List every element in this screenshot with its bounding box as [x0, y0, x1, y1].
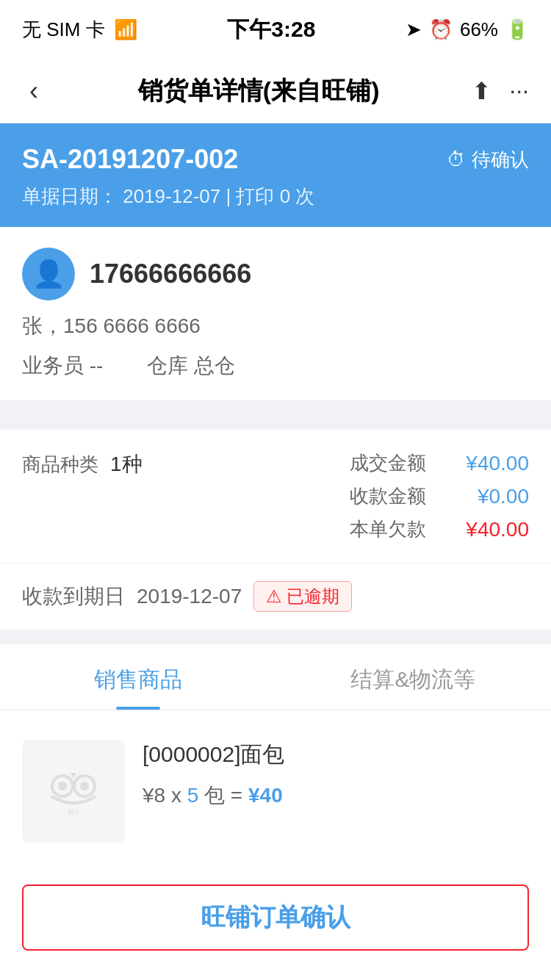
due-label: 收款到期日 [22, 583, 125, 610]
status-bar: 无 SIM 卡 📶 下午3:28 ➤ ⏰ 66% 🔋 [0, 0, 551, 59]
share-icon[interactable]: ⬆ [472, 77, 491, 105]
due-date: 2019-12-07 [137, 585, 242, 608]
stats-card: 商品种类 1种 成交金额 ¥40.00 收款金额 ¥0.00 本单欠款 ¥40.… [0, 430, 551, 563]
customer-meta: 业务员 -- 仓库 总仓 [22, 352, 529, 380]
warehouse-meta: 仓库 总仓 [147, 352, 235, 380]
status-left: 无 SIM 卡 📶 [22, 17, 137, 43]
avatar-icon: 👤 [32, 259, 65, 289]
avatar: 👤 [22, 248, 75, 300]
battery-icon: 🔋 [505, 18, 529, 41]
eq-symbol: = [231, 784, 242, 807]
tab-settlement[interactable]: 结算&物流等 [276, 644, 551, 710]
amount-row: 成交金额 ¥40.00 [350, 450, 529, 476]
price-value: ¥8 [143, 784, 165, 807]
status-time: 下午3:28 [227, 15, 315, 45]
type-value: 1种 [110, 450, 143, 478]
nav-bar: ‹ 销货单详情(来自旺铺) ⬆ ··· [0, 59, 551, 123]
product-list: 超+ [0000002]面包 ¥8 x 5 包 = ¥40 [0, 710, 551, 872]
list-item: 超+ [0000002]面包 ¥8 x 5 包 = ¥40 [22, 725, 529, 857]
order-status: ⏱ 待确认 [447, 147, 529, 173]
order-date-row: 单据日期： 2019-12-07 | 打印 0 次 [22, 184, 529, 209]
back-button[interactable]: ‹ [22, 68, 46, 114]
bottom-bar: 旺铺订单确认 [0, 870, 551, 980]
unit-label: 包 [204, 784, 225, 807]
product-total: ¥40 [248, 784, 283, 807]
due-row: 收款到期日 2019-12-07 ⚠ 已逾期 [0, 563, 551, 630]
tab-settlement-label: 结算&物流等 [350, 667, 475, 691]
customer-card: 👤 17666666666 张，156 6666 6666 业务员 -- 仓库 … [0, 227, 551, 400]
product-qty: 5 [187, 784, 199, 807]
sales-label: 业务员 [22, 354, 84, 377]
tabs-bar: 销售商品 结算&物流等 [0, 644, 551, 710]
divider-1 [0, 415, 551, 430]
clock-icon: ⏱ [447, 148, 466, 171]
battery-label: 66% [460, 18, 498, 41]
tab-products-label: 销售商品 [94, 667, 182, 691]
product-price: ¥8 x 5 包 = ¥40 [143, 782, 529, 810]
order-header: SA-20191207-002 ⏱ 待确认 单据日期： 2019-12-07 |… [0, 123, 551, 227]
times-symbol: x [171, 784, 181, 807]
customer-phone: 17666666666 [90, 259, 251, 289]
amount-label: 成交金额 [350, 450, 426, 476]
warning-icon: ⚠ [266, 586, 282, 607]
product-info: [0000002]面包 ¥8 x 5 包 = ¥40 [143, 740, 529, 843]
confirm-order-button[interactable]: 旺铺订单确认 [22, 884, 529, 951]
nav-actions: ⬆ ··· [472, 77, 529, 105]
amount-value: ¥40.00 [441, 452, 529, 475]
date-label: 单据日期： [22, 185, 118, 207]
print-label: | 打印 [226, 185, 274, 207]
order-header-top: SA-20191207-002 ⏱ 待确认 [22, 144, 529, 175]
alarm-icon: ⏰ [429, 18, 453, 41]
svg-marker-4 [71, 773, 76, 779]
type-label: 商品种类 [22, 452, 98, 478]
warehouse-label: 仓库 [147, 354, 188, 377]
overdue-badge: ⚠ 已逾期 [253, 581, 352, 612]
received-value: ¥0.00 [441, 485, 529, 508]
customer-name-phone: 张，156 6666 6666 [22, 312, 529, 340]
product-thumbnail: 超+ [22, 740, 125, 843]
received-row: 收款金额 ¥0.00 [350, 483, 529, 509]
svg-text:超+: 超+ [68, 807, 79, 815]
product-name: [0000002]面包 [143, 740, 529, 770]
received-label: 收款金额 [350, 483, 426, 509]
svg-point-3 [80, 782, 89, 790]
customer-header: 👤 17666666666 [22, 248, 529, 300]
warehouse-value: 总仓 [194, 354, 235, 377]
stats-left: 商品种类 1种 [22, 450, 350, 478]
order-date-value: 2019-12-07 [123, 185, 220, 207]
stats-right: 成交金额 ¥40.00 收款金额 ¥0.00 本单欠款 ¥40.00 [350, 450, 529, 542]
svg-point-2 [58, 782, 67, 790]
page-title: 销货单详情(来自旺铺) [46, 74, 472, 108]
sim-label: 无 SIM 卡 [22, 17, 105, 43]
product-logo-svg: 超+ [37, 765, 110, 817]
print-count: 0 [280, 185, 290, 207]
more-icon[interactable]: ··· [509, 77, 529, 104]
owed-label: 本单欠款 [350, 516, 426, 542]
tab-products[interactable]: 销售商品 [0, 644, 276, 710]
overdue-text: 已逾期 [287, 585, 339, 608]
status-label: 待确认 [472, 147, 529, 173]
order-id: SA-20191207-002 [22, 144, 238, 175]
print-unit: 次 [295, 185, 314, 207]
status-right: ➤ ⏰ 66% 🔋 [406, 18, 529, 41]
sales-value: -- [90, 354, 104, 377]
owed-value: ¥40.00 [441, 518, 529, 541]
sales-meta: 业务员 -- [22, 352, 103, 380]
wifi-icon: 📶 [114, 18, 137, 41]
location-icon: ➤ [406, 18, 422, 41]
owed-row: 本单欠款 ¥40.00 [350, 516, 529, 542]
